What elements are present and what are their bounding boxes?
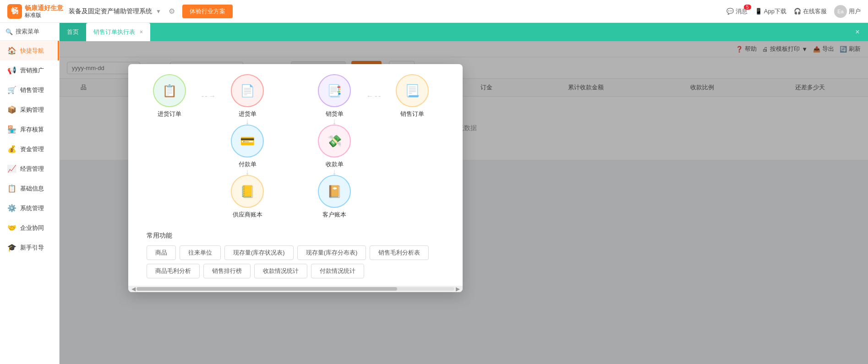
window-close-button[interactable]: × — [851, 25, 864, 39]
search-icon: 🔍 — [5, 28, 13, 35]
sales-bill-node[interactable]: 📑 销货单 — [318, 74, 351, 118]
online-service-button[interactable]: 🎧 在线客服 — [794, 7, 827, 16]
scrollbar-track[interactable] — [136, 287, 454, 291]
arrow-h1: - - → — [202, 80, 216, 113]
func-btn-product-gross[interactable]: 商品毛利分析 — [147, 264, 200, 278]
logo-icon: 畅 — [7, 4, 22, 19]
app-download-icon: 📱 — [755, 8, 762, 15]
purchase-order-node[interactable]: 📋 进货订单 — [153, 74, 186, 118]
system-icon: ⚙️ — [7, 204, 16, 212]
func-btn-counterparty[interactable]: 往来单位 — [180, 245, 221, 260]
top-right-area: 💬 消息 5 📱 App下载 🎧 在线客服 Ea 用户 — [726, 5, 861, 18]
common-func-title: 常用功能 — [147, 232, 444, 240]
dialog-scrollbar[interactable]: ◀ ▶ — [128, 286, 463, 292]
tab-close-button[interactable]: × — [140, 29, 143, 35]
newbie-icon: 🎓 — [7, 243, 16, 252]
message-icon: 💬 — [726, 8, 734, 15]
operations-icon: 📈 — [7, 164, 16, 173]
app-download-button[interactable]: 📱 App下载 — [755, 7, 786, 16]
sidebar-item-finance[interactable]: 💰 资金管理 — [0, 139, 59, 159]
dialog-overlay[interactable]: 📋 进货订单 - - → 📄 进货单 📑 销货单 ← - - 📃 销售订单 ↓ … — [60, 41, 868, 364]
quick-nav-icon: 🏠 — [7, 46, 16, 55]
marketing-icon: 📢 — [7, 66, 16, 75]
scrollbar-thumb[interactable] — [136, 287, 397, 291]
sidebar-item-basic-info[interactable]: 📋 基础信息 — [0, 179, 59, 198]
system-dropdown-arrow[interactable]: ▼ — [156, 8, 161, 15]
arrow-h2: ← - - — [366, 80, 381, 113]
sidebar-item-marketing[interactable]: 📢 营销推广 — [0, 60, 59, 80]
message-button[interactable]: 💬 消息 5 — [726, 7, 748, 16]
purchase-icon: 📦 — [7, 105, 16, 114]
customer-ledger-node[interactable]: 📔 客户账本 — [318, 175, 351, 219]
tab-sales-order-exec[interactable]: 销售订单执行表 × — [86, 23, 150, 41]
sales-icon: 🛒 — [7, 86, 16, 94]
supplier-ledger-node[interactable]: 📒 供应商账本 — [231, 175, 264, 219]
search-menu[interactable]: 🔍 搜索菜单 — [0, 23, 59, 41]
quick-nav-dialog: 📋 进货订单 - - → 📄 进货单 📑 销货单 ← - - 📃 销售订单 ↓ … — [128, 64, 463, 292]
sales-order-node[interactable]: 📃 销售订单 — [396, 74, 429, 118]
logo-text: 畅康通好生意 标准版 — [25, 4, 63, 19]
scroll-right-arrow[interactable]: ▶ — [454, 286, 461, 292]
func-btn-payment-stats[interactable]: 付款情况统计 — [311, 264, 364, 278]
payment-bill-node[interactable]: 💳 付款单 — [231, 125, 264, 168]
finance-icon: 💰 — [7, 145, 16, 153]
message-badge: 5 — [744, 5, 751, 10]
sidebar-item-operations[interactable]: 📈 经营管理 — [0, 159, 59, 179]
func-btn-receipt-stats[interactable]: 收款情况统计 — [254, 264, 307, 278]
sidebar-item-system[interactable]: ⚙️ 系统管理 — [0, 198, 59, 218]
func-buttons: 商品 往来单位 现存量(库存状况表) 现存量(库存分布表) 销售毛利分析表 商品… — [147, 245, 444, 278]
inventory-icon: 🏪 — [7, 125, 16, 134]
receipt-bill-node[interactable]: 💸 收款单 — [318, 125, 351, 168]
tab-home[interactable]: 首页 — [60, 23, 86, 41]
func-btn-sales-rank[interactable]: 销售排行榜 — [203, 264, 251, 278]
service-icon: 🎧 — [794, 8, 801, 15]
sidebar-item-quick-nav[interactable]: 🏠 快捷导航 — [0, 41, 59, 60]
func-btn-stock-status[interactable]: 现存量(库存状况表) — [224, 245, 294, 260]
enterprise-icon: 🤝 — [7, 223, 16, 232]
sidebar: 🔍 搜索菜单 🏠 快捷导航 📢 营销推广 🛒 销售管理 📦 采购管理 🏪 — [0, 23, 60, 364]
purchase-bill-node[interactable]: 📄 进货单 — [231, 74, 264, 118]
user-area[interactable]: Ea 用户 — [834, 5, 861, 18]
func-btn-product[interactable]: 商品 — [147, 245, 176, 260]
system-title: 装备及固定资产辅助管理系统 ▼ — [69, 7, 161, 16]
basic-info-icon: 📋 — [7, 184, 16, 193]
func-btn-stock-dist[interactable]: 现存量(库存分布表) — [297, 245, 366, 260]
func-btn-sales-gross[interactable]: 销售毛利分析表 — [370, 245, 429, 260]
gear-button[interactable]: ⚙ — [167, 5, 177, 17]
user-avatar: Ea — [834, 5, 847, 18]
main-content: ❓ 帮助 🖨 按模板打印 ▼ 📤 导出 🔄 — [60, 41, 868, 364]
experience-button[interactable]: 体验行业方案 — [182, 5, 233, 18]
sidebar-item-sales[interactable]: 🛒 销售管理 — [0, 80, 59, 100]
scroll-left-arrow[interactable]: ◀ — [130, 286, 136, 292]
sidebar-item-enterprise[interactable]: 🤝 企业协同 — [0, 218, 59, 238]
sidebar-item-purchase[interactable]: 📦 采购管理 — [0, 100, 59, 120]
content-area: 首页 销售订单执行表 × × ❓ 帮助 — [60, 23, 868, 364]
sidebar-item-inventory[interactable]: 🏪 库存核算 — [0, 120, 59, 139]
sidebar-item-newbie[interactable]: 🎓 新手引导 — [0, 238, 59, 257]
logo-area: 畅 畅康通好生意 标准版 — [7, 4, 63, 19]
tab-bar: 首页 销售订单执行表 × × — [60, 23, 868, 41]
